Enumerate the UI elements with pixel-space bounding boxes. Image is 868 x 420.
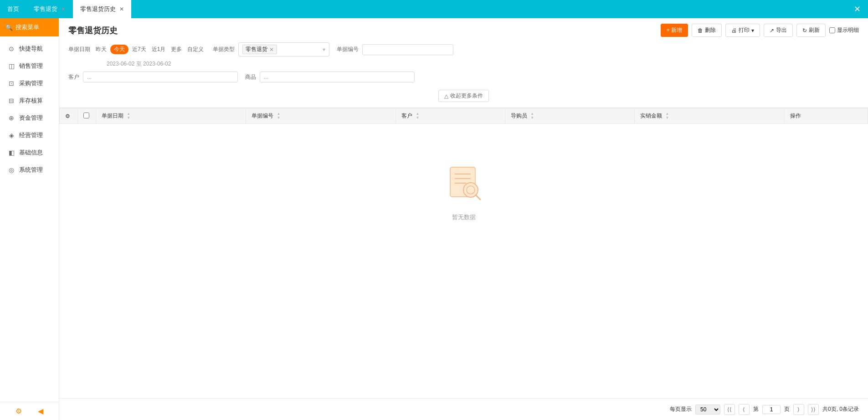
filter-area: 单据日期 昨天 今天 近7天 近1月 更多 自定义 单据类型 bbox=[68, 42, 859, 104]
export-button[interactable]: ↗ 导出 bbox=[764, 24, 793, 37]
new-button[interactable]: + 新增 bbox=[661, 24, 688, 37]
display-detail-checkbox[interactable] bbox=[829, 27, 835, 33]
tab-retail-return-history[interactable]: 零售退货历史 ✕ bbox=[73, 0, 131, 18]
select-all-checkbox[interactable] bbox=[83, 113, 89, 118]
display-detail-label: 显示明细 bbox=[837, 26, 859, 34]
sidebar-item-quick-nav[interactable]: ⊙ 快捷导航 bbox=[0, 40, 59, 57]
main-layout: 🔍 搜索菜单 ⊙ 快捷导航 ◫ 销售管理 ⊡ 采购管理 ⊟ 库存核算 ⊕ 资金管 bbox=[0, 18, 868, 420]
sidebar-item-sales-mgmt[interactable]: ◫ 销售管理 bbox=[0, 57, 59, 75]
doc-no-input[interactable] bbox=[362, 44, 453, 55]
page-title-row: 零售退货历史 + 新增 🗑 删除 🖨 打印 ▾ ↗ 导出 bbox=[68, 24, 859, 37]
date-shortcut-more[interactable]: 更多 bbox=[169, 45, 184, 54]
th-settings[interactable]: ⚙ bbox=[60, 108, 78, 124]
doc-no-label: 单据编号 bbox=[337, 46, 359, 53]
sidebar-item-system-mgmt[interactable]: ◎ 系统管理 bbox=[0, 161, 59, 179]
search-icon: 🔍 bbox=[5, 24, 13, 31]
sidebar-item-quick-nav-label: 快捷导航 bbox=[19, 45, 43, 53]
collapse-filter-button[interactable]: △ 收起更多条件 bbox=[438, 90, 489, 102]
tab-bar: 首页 零售退货 ✕ 零售退货历史 ✕ ✕ bbox=[0, 0, 868, 18]
sidebar-item-finance[interactable]: ⊕ 资金管理 bbox=[0, 109, 59, 127]
last-page-button[interactable]: ⟩⟩ bbox=[808, 404, 819, 415]
sidebar-item-sales-mgmt-label: 销售管理 bbox=[19, 62, 43, 70]
sidebar-item-operations[interactable]: ◈ 经营管理 bbox=[0, 127, 59, 144]
date-shortcut-today[interactable]: 今天 bbox=[110, 45, 128, 54]
th-checkbox[interactable] bbox=[78, 108, 96, 124]
export-icon: ↗ bbox=[770, 27, 774, 34]
th-actions: 操作 bbox=[785, 108, 868, 124]
table-header-row: ⚙ 单据日期 ▲ ▼ 单据编号 bbox=[60, 108, 868, 124]
print-icon: 🖨 bbox=[731, 27, 737, 34]
print-button[interactable]: 🖨 打印 ▾ bbox=[725, 24, 760, 37]
th-doc-date[interactable]: 单据日期 ▲ ▼ bbox=[96, 108, 246, 124]
doc-type-filter-group: 单据类型 零售退货 ✕ ▾ bbox=[213, 42, 329, 56]
sidebar-item-inventory-label: 库存核算 bbox=[19, 97, 43, 105]
date-shortcuts: 昨天 今天 近7天 近1月 更多 自定义 bbox=[94, 45, 205, 54]
tab-retail-return-history-close[interactable]: ✕ bbox=[119, 6, 124, 12]
content-area: 零售退货历史 + 新增 🗑 删除 🖨 打印 ▾ ↗ 导出 bbox=[59, 18, 868, 420]
page-unit-label: 页 bbox=[784, 405, 790, 413]
date-filter-label: 单据日期 bbox=[68, 46, 90, 53]
page-title: 零售退货历史 bbox=[68, 25, 118, 36]
customer-label: 客户 bbox=[68, 73, 79, 81]
sidebar-item-operations-label: 经营管理 bbox=[19, 131, 43, 139]
window-close-button[interactable]: ✕ bbox=[854, 4, 868, 14]
prev-page-button[interactable]: ⟨ bbox=[739, 404, 750, 415]
date-shortcut-1month[interactable]: 近1月 bbox=[150, 45, 168, 54]
date-shortcut-7days[interactable]: 近7天 bbox=[130, 45, 148, 54]
sidebar-item-basic-info-label: 基础信息 bbox=[19, 149, 43, 157]
date-shortcut-custom[interactable]: 自定义 bbox=[185, 45, 205, 54]
finance-icon: ⊕ bbox=[7, 114, 15, 122]
collapse-icon: △ bbox=[444, 93, 448, 99]
th-customer[interactable]: 客户 ▲ ▼ bbox=[396, 108, 505, 124]
customer-input[interactable]: ... bbox=[83, 72, 238, 82]
sidebar: 🔍 搜索菜单 ⊙ 快捷导航 ◫ 销售管理 ⊡ 采购管理 ⊟ 库存核算 ⊕ 资金管 bbox=[0, 18, 59, 420]
doc-type-select[interactable]: 零售退货 ✕ ▾ bbox=[238, 42, 329, 56]
tab-retail-return-history-label: 零售退货历史 bbox=[80, 5, 116, 13]
tab-retail-return[interactable]: 零售退货 ✕ bbox=[26, 0, 73, 18]
sidebar-item-inventory[interactable]: ⊟ 库存核算 bbox=[0, 92, 59, 109]
delete-btn-label: 删除 bbox=[705, 26, 716, 34]
sidebar-search-label: 搜索菜单 bbox=[15, 23, 39, 31]
page-label: 第 bbox=[753, 405, 759, 413]
doc-type-tag-close[interactable]: ✕ bbox=[269, 46, 274, 53]
next-page-button[interactable]: ⟩ bbox=[793, 404, 804, 415]
collapse-sidebar-icon[interactable]: ◀ bbox=[38, 407, 43, 415]
refresh-icon: ↻ bbox=[802, 27, 807, 34]
th-guide[interactable]: 导购员 ▲ ▼ bbox=[505, 108, 634, 124]
date-range-display: 2023-06-02 至 2023-06-02 bbox=[107, 60, 171, 68]
tab-retail-return-close[interactable]: ✕ bbox=[61, 6, 66, 12]
page-input[interactable] bbox=[762, 405, 781, 414]
delete-icon: 🗑 bbox=[698, 27, 703, 34]
pagination-bar: 每页显示 50 10 20 100 ⟨⟨ ⟨ 第 页 ⟩ ⟩⟩ 共0页, 0条记… bbox=[59, 398, 868, 420]
date-shortcut-yesterday[interactable]: 昨天 bbox=[94, 45, 108, 54]
date-filter-group: 单据日期 昨天 今天 近7天 近1月 更多 自定义 bbox=[68, 45, 205, 54]
sidebar-item-purchase-mgmt[interactable]: ⊡ 采购管理 bbox=[0, 75, 59, 92]
per-page-select[interactable]: 50 10 20 100 bbox=[695, 405, 720, 415]
sidebar-search[interactable]: 🔍 搜索菜单 bbox=[0, 18, 59, 36]
delete-button[interactable]: 🗑 删除 bbox=[692, 24, 722, 37]
doc-type-label: 单据类型 bbox=[213, 46, 235, 53]
display-detail-toggle[interactable]: 显示明细 bbox=[829, 26, 859, 34]
tab-home[interactable]: 首页 bbox=[0, 0, 26, 18]
svg-line-5 bbox=[476, 195, 480, 200]
goods-filter-group: 商品 ... bbox=[245, 72, 415, 82]
goods-input[interactable]: ... bbox=[260, 72, 415, 82]
doc-no-filter-group: 单据编号 bbox=[337, 44, 453, 55]
customer-filter-group: 客户 ... bbox=[68, 72, 238, 82]
tab-home-label: 首页 bbox=[7, 5, 19, 13]
settings-icon[interactable]: ⚙ bbox=[15, 407, 22, 415]
th-amount[interactable]: 实销金额 ▲ ▼ bbox=[635, 108, 785, 124]
goods-label: 商品 bbox=[245, 73, 256, 81]
sidebar-item-basic-info[interactable]: ◧ 基础信息 bbox=[0, 144, 59, 161]
collapse-btn-label: 收起更多条件 bbox=[450, 92, 483, 100]
empty-state-icon bbox=[441, 160, 487, 206]
table-settings-icon[interactable]: ⚙ bbox=[65, 113, 70, 119]
export-btn-label: 导出 bbox=[776, 26, 787, 34]
refresh-button[interactable]: ↻ 刷新 bbox=[796, 24, 826, 37]
th-doc-no[interactable]: 单据编号 ▲ ▼ bbox=[246, 108, 396, 124]
customer-sort: ▲ ▼ bbox=[416, 112, 420, 120]
sidebar-nav: ⊙ 快捷导航 ◫ 销售管理 ⊡ 采购管理 ⊟ 库存核算 ⊕ 资金管理 ◈ 经营管… bbox=[0, 36, 59, 402]
basic-info-icon: ◧ bbox=[7, 149, 15, 157]
first-page-button[interactable]: ⟨⟨ bbox=[724, 404, 735, 415]
doc-no-sort: ▲ ▼ bbox=[277, 112, 280, 120]
